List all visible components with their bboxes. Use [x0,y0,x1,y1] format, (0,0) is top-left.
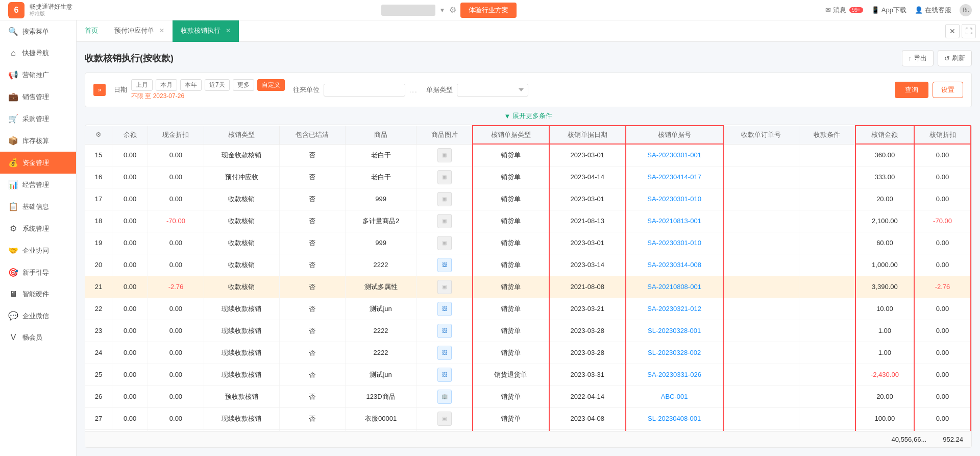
offset-bill-no-link[interactable]: ABC-001 [661,393,688,400]
cell-product: 测试jun [345,298,416,320]
data-table: ⚙ 余额 现金折扣 核销类型 包含已结清 商品 商品图片 核销单据类型 核销单据… [85,125,971,431]
sidebar-item-wechat[interactable]: 💬 企业微信 [0,305,76,327]
offset-bill-no-link[interactable]: SA-20230414-017 [647,173,701,181]
home-icon: ⌂ [8,49,18,58]
offset-bill-no-link[interactable]: SA-20230321-012 [647,305,701,313]
product-image-thumb: 🖼 [437,368,452,382]
cell-product: 2222 [345,320,416,342]
sidebar-item-quick-nav[interactable]: ⌂ 快捷导航 [0,42,76,64]
tab-advance-offset[interactable]: 预付冲应付单 ✕ [106,20,173,42]
query-btn[interactable]: 查询 [895,82,928,98]
cell-offset-bill-no: SA-20230331-026 [626,364,723,386]
cell-cash-discount: 0.00 [148,232,204,254]
table-row: 26 0.00 0.00 预收款核销 否 123D商品 🏢 销货单 2022-0… [85,386,971,407]
table-row: 27 0.00 0.00 现续收款核销 否 衣服00001 ▣ 销货单 2023… [85,407,971,429]
cell-offset-amount: 1.00 [855,342,914,364]
refresh-btn[interactable]: ↺ 刷新 [938,50,972,66]
product-image-placeholder: ▣ [437,192,452,206]
sidebar-item-system[interactable]: ⚙ 系统管理 [0,218,76,239]
sidebar-item-member[interactable]: V 畅会员 [0,327,76,348]
offset-bill-no-link[interactable]: SA-20230301-010 [647,239,701,247]
export-label: 导出 [914,54,927,63]
sidebar-item-finance[interactable]: 💰 资金管理 [0,152,76,174]
collab-icon: 🤝 [8,246,18,255]
col-header-cash-discount: 现金折扣 [148,126,204,144]
cell-include-settled: 否 [279,386,345,407]
cell-offset-bill-date: 2021-08-08 [549,276,626,298]
from-unit-input[interactable] [324,84,405,97]
user-avatar[interactable]: Rit [960,4,972,16]
sidebar-item-purchase[interactable]: 🛒 采购管理 [0,108,76,130]
offset-bill-no-link[interactable]: SL-20230328-002 [648,349,701,356]
app-download-item[interactable]: 📱 App下载 [871,6,906,15]
cell-offset-discount: 0.00 [914,364,971,386]
offset-bill-no-link[interactable]: SA-20230314-008 [647,261,701,269]
message-label: 消息 [833,6,846,15]
tab-bar: 首页 预付冲应付单 ✕ 收款核销执行 ✕ ✕ ⛶ [77,20,980,42]
filter-toggle-btn[interactable]: » [93,84,106,96]
cell-product: 999 [345,232,416,254]
tab-fullscreen-icon[interactable]: ⛶ [962,24,976,38]
date-btn-7days[interactable]: 近7天 [205,79,230,91]
cell-offset-amount: 1.00 [855,320,914,342]
col-header-offset-bill-no: 核销单据号 [626,126,723,144]
sidebar-label-hardware: 智能硬件 [22,290,49,299]
tab-close-all-icon[interactable]: ✕ [945,24,960,38]
offset-bill-no-link[interactable]: SL-20230328-001 [648,327,701,334]
offset-bill-no-link[interactable]: SA-20230301-001 [647,151,701,159]
online-service-item[interactable]: 👤 在线客服 [915,6,951,15]
date-btn-this-month[interactable]: 本月 [156,79,177,91]
cell-receipt-condition [799,166,855,188]
offset-bill-no-link[interactable]: SA-20210813-001 [647,217,701,225]
sidebar-item-sales[interactable]: 💼 销售管理 [0,86,76,108]
sidebar-item-inventory[interactable]: 📦 库存核算 [0,130,76,152]
sidebar-item-guide[interactable]: 🎯 新手引导 [0,261,76,283]
col-header-settings[interactable]: ⚙ [85,126,112,144]
table-scroll[interactable]: ⚙ 余额 现金折扣 核销类型 包含已结清 商品 商品图片 核销单据类型 核销单据… [85,125,971,431]
top-bar-left: 6 畅捷通谱好生意 标准版 [8,2,72,18]
sidebar-item-operations[interactable]: 📊 经营管理 [0,174,76,196]
sidebar-label-member: 畅会员 [22,333,42,342]
date-btn-this-year[interactable]: 本年 [180,79,202,91]
tab-home[interactable]: 首页 [77,20,106,42]
sidebar-item-search[interactable]: 🔍 搜索菜单 [0,20,76,42]
date-btn-custom[interactable]: 自定义 [257,79,285,91]
table-settings-icon[interactable]: ⚙ [95,131,102,138]
cell-offset-bill-date: 2021-08-13 [549,210,626,232]
settings-icon[interactable]: ⚙ [449,5,456,15]
receipt-type-select[interactable]: 销货单 销货退货单 [457,84,528,97]
sidebar-item-basic-info[interactable]: 📋 基础信息 [0,196,76,218]
cell-offset-discount: 0.00 [914,320,971,342]
account-dropdown-icon[interactable]: ▼ [439,7,446,14]
export-btn[interactable]: ↑ 导出 [902,50,934,66]
sidebar-item-marketing[interactable]: 📢 营销推广 [0,64,76,86]
offset-bill-no-link[interactable]: SA-20230301-010 [647,195,701,203]
industry-btn[interactable]: 体验行业方案 [460,3,517,18]
cell-offset-amount: 20.00 [855,188,914,210]
tab-advance-offset-close[interactable]: ✕ [159,27,164,34]
offset-bill-no-link[interactable]: SL-20230408-001 [648,415,701,422]
content-area: 首页 预付冲应付单 ✕ 收款核销执行 ✕ ✕ ⛶ 收款核销执行(按收款) [77,20,980,456]
table-row: 20 0.00 0.00 收款核销 否 2222 🖼 销货单 2023-03-1… [85,254,971,276]
cell-receipt-condition [799,342,855,364]
cell-receipt-order-no [723,320,799,342]
tab-receipt-offset-close[interactable]: ✕ [226,27,231,34]
cell-product-image: ▣ [416,166,473,188]
cell-offset-amount: 3,390.00 [855,276,914,298]
inventory-icon: 📦 [8,136,18,146]
settings-btn[interactable]: 设置 [933,82,963,98]
cell-cash-discount: -2.76 [148,276,204,298]
sidebar-label-finance: 资金管理 [22,158,49,167]
date-btn-last-month[interactable]: 上月 [131,79,153,91]
sidebar-item-collab[interactable]: 🤝 企业协同 [0,239,76,261]
offset-bill-no-link[interactable]: SA-20210808-001 [647,283,701,291]
cell-offset-bill-date: 2023-04-14 [549,166,626,188]
tab-receipt-offset[interactable]: 收款核销执行 ✕ [173,20,239,42]
sidebar-label-operations: 经营管理 [22,180,49,189]
cell-offset-bill-no: SL-20230408-001 [626,407,723,429]
date-btn-more[interactable]: 更多 [233,79,254,91]
offset-bill-no-link[interactable]: SA-20230331-026 [647,371,701,378]
filter-expand-btn[interactable]: ▼ 展开更多条件 [504,111,553,121]
sidebar-item-hardware[interactable]: 🖥 智能硬件 [0,283,76,305]
message-item[interactable]: ✉ 消息 99+ [825,6,863,15]
